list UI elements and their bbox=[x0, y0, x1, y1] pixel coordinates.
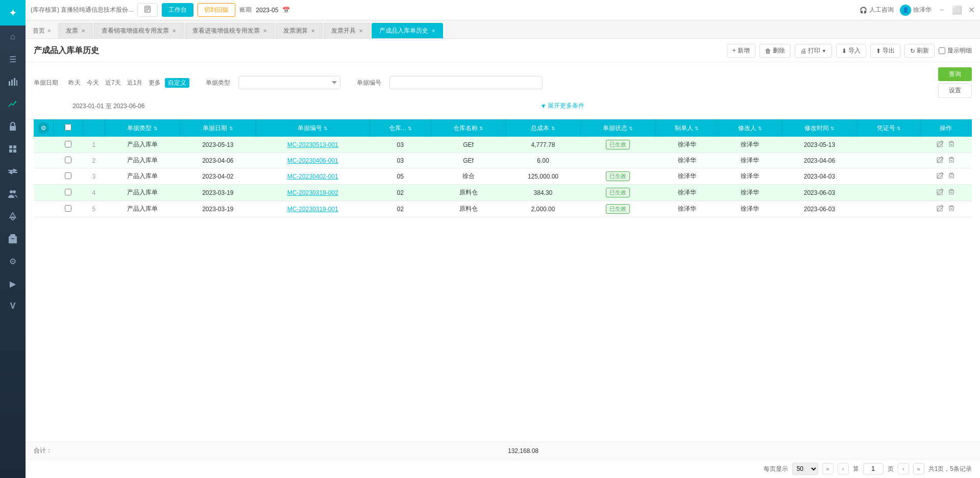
tab-invoice-close[interactable]: ✕ bbox=[81, 28, 85, 34]
doc-icon-btn[interactable] bbox=[137, 3, 158, 17]
sidebar-item-grid[interactable] bbox=[0, 138, 26, 160]
sort-modifier[interactable]: ⇅ bbox=[758, 126, 762, 131]
sidebar-item-doc[interactable]: ☰ bbox=[0, 48, 26, 70]
delete-btn[interactable]: 🗑 删除 bbox=[760, 44, 791, 58]
sort-doc-status[interactable]: ⇅ bbox=[629, 126, 633, 131]
sort-modify-time[interactable]: ⇅ bbox=[830, 126, 835, 131]
refresh-btn[interactable]: ↻ 刷新 bbox=[904, 44, 935, 58]
switch-btn[interactable]: 切到旧版 bbox=[198, 3, 235, 17]
row-delete-icon[interactable] bbox=[948, 140, 955, 149]
row-delete-icon[interactable] bbox=[948, 172, 955, 181]
tab-product-history[interactable]: 产成品入库单历史 ✕ bbox=[372, 23, 443, 38]
sort-voucher-num[interactable]: ⇅ bbox=[897, 126, 901, 131]
sidebar-item-archive[interactable] bbox=[0, 228, 26, 250]
row-checkbox-cell[interactable] bbox=[54, 185, 83, 201]
sidebar-item-play[interactable]: ▶ bbox=[0, 272, 26, 295]
sidebar-item-home[interactable]: ⌂ bbox=[0, 26, 26, 48]
tab-home-close[interactable]: ✕ bbox=[47, 28, 51, 34]
workstation-btn[interactable]: 工作台 bbox=[162, 3, 193, 17]
sort-total-cost[interactable]: ⇅ bbox=[551, 126, 555, 131]
row-checkbox[interactable] bbox=[65, 205, 71, 212]
col-warehouse-name[interactable]: 仓库名称 ⇅ bbox=[431, 119, 506, 137]
col-warehouse-code[interactable]: 仓库... ⇅ bbox=[370, 119, 431, 137]
sidebar-item-chart[interactable] bbox=[0, 70, 26, 93]
row-edit-icon[interactable] bbox=[937, 172, 944, 181]
col-doc-status[interactable]: 单据状态 ⇅ bbox=[580, 119, 655, 137]
first-page-btn[interactable]: « bbox=[822, 463, 834, 474]
maximize-icon[interactable]: ⬜ bbox=[952, 5, 962, 15]
select-all-checkbox[interactable] bbox=[65, 124, 71, 131]
calendar-icon[interactable]: 📅 bbox=[282, 7, 290, 14]
user-profile[interactable]: 👤 徐泽华 bbox=[900, 5, 932, 16]
doc-number-input[interactable] bbox=[389, 76, 543, 89]
next-page-btn[interactable]: › bbox=[898, 463, 909, 474]
query-btn[interactable]: 查询 bbox=[938, 67, 972, 81]
row-doc-number[interactable]: MC-20230319-002 bbox=[256, 185, 370, 201]
sort-creator[interactable]: ⇅ bbox=[695, 126, 699, 131]
tab-home[interactable]: 首页 ✕ bbox=[26, 23, 58, 38]
col-doc-date[interactable]: 单据日期 ⇅ bbox=[180, 119, 256, 137]
sidebar-item-people[interactable] bbox=[0, 183, 26, 205]
doc-type-select[interactable] bbox=[238, 76, 340, 89]
row-checkbox-cell[interactable] bbox=[54, 168, 83, 185]
row-delete-icon[interactable] bbox=[948, 156, 955, 165]
tab-invoice-open-close[interactable]: ✕ bbox=[359, 28, 363, 34]
user-service[interactable]: 🎧 人工咨询 bbox=[860, 6, 894, 14]
row-doc-number[interactable]: MC-20230319-001 bbox=[256, 201, 370, 217]
tab-invoice[interactable]: 发票 ✕ bbox=[58, 23, 93, 38]
col-modifier[interactable]: 修改人 ⇅ bbox=[718, 119, 781, 137]
row-delete-icon[interactable] bbox=[948, 188, 955, 197]
sidebar-item-settings[interactable]: ⚙ bbox=[0, 250, 26, 272]
tab-invoice-calc[interactable]: 发票测算 ✕ bbox=[276, 23, 323, 38]
prev-page-btn[interactable]: ‹ bbox=[838, 463, 849, 474]
close-icon[interactable]: ✕ bbox=[968, 5, 975, 15]
col-creator[interactable]: 制单人 ⇅ bbox=[655, 119, 719, 137]
sidebar-item-recycle[interactable] bbox=[0, 205, 26, 228]
col-doc-number[interactable]: 单据编号 ⇅ bbox=[256, 119, 370, 137]
page-number-input[interactable] bbox=[863, 463, 884, 474]
print-btn[interactable]: 🖨 打印 ▼ bbox=[795, 44, 832, 58]
row-doc-number[interactable]: MC-20230513-001 bbox=[256, 137, 370, 153]
tab-invoice-open[interactable]: 发票开具 ✕ bbox=[324, 23, 371, 38]
row-checkbox-cell[interactable] bbox=[54, 153, 83, 168]
import-btn[interactable]: ⬇ 导入 bbox=[836, 44, 866, 58]
col-checkbox[interactable] bbox=[54, 119, 83, 137]
new-btn[interactable]: + 新增 bbox=[727, 44, 755, 58]
tab-product-history-close[interactable]: ✕ bbox=[431, 28, 435, 34]
per-page-select[interactable]: 50 100 200 bbox=[792, 463, 818, 475]
export-btn[interactable]: ⬆ 导出 bbox=[870, 44, 900, 58]
row-edit-icon[interactable] bbox=[937, 156, 944, 165]
row-edit-icon[interactable] bbox=[937, 140, 944, 149]
row-checkbox[interactable] bbox=[65, 172, 71, 179]
col-modify-time[interactable]: 修改时间 ⇅ bbox=[781, 119, 857, 137]
shortcut-custom[interactable]: 自定义 bbox=[165, 78, 189, 88]
row-checkbox[interactable] bbox=[65, 141, 71, 147]
shortcut-yesterday[interactable]: 昨天 bbox=[66, 78, 83, 88]
sort-warehouse-name[interactable]: ⇅ bbox=[479, 126, 483, 131]
tab-view-input-vat[interactable]: 查看进项增值税专用发票 ✕ bbox=[185, 23, 275, 38]
row-checkbox[interactable] bbox=[65, 189, 71, 195]
sort-doc-type[interactable]: ⇅ bbox=[154, 126, 158, 131]
row-delete-icon[interactable] bbox=[948, 205, 955, 213]
shortcut-today[interactable]: 今天 bbox=[85, 78, 101, 88]
print-dropdown-icon[interactable]: ▼ bbox=[822, 48, 826, 54]
row-checkbox[interactable] bbox=[65, 157, 71, 163]
minimize-icon[interactable]: － bbox=[938, 5, 946, 15]
row-checkbox-cell[interactable] bbox=[54, 137, 83, 153]
row-checkbox-cell[interactable] bbox=[54, 201, 83, 217]
row-edit-icon[interactable] bbox=[937, 205, 944, 213]
last-page-btn[interactable]: » bbox=[913, 463, 924, 474]
sort-doc-number[interactable]: ⇅ bbox=[324, 126, 328, 131]
row-doc-number[interactable]: MC-20230406-001 bbox=[256, 153, 370, 168]
tab-invoice-calc-close[interactable]: ✕ bbox=[311, 28, 315, 34]
shortcut-1month[interactable]: 近1月 bbox=[125, 78, 145, 88]
col-total-cost[interactable]: 总成本 ⇅ bbox=[506, 119, 580, 137]
sort-warehouse-code[interactable]: ⇅ bbox=[408, 126, 412, 131]
row-edit-icon[interactable] bbox=[937, 188, 944, 197]
shortcut-more[interactable]: 更多 bbox=[146, 78, 163, 88]
tab-view-output-vat[interactable]: 查看销项增值税专用发票 ✕ bbox=[94, 23, 184, 38]
display-toggle-checkbox[interactable] bbox=[939, 47, 945, 54]
sidebar-item-lock[interactable] bbox=[0, 115, 26, 138]
shortcut-7days[interactable]: 近7天 bbox=[103, 78, 123, 88]
col-settings[interactable]: ⚙ bbox=[34, 119, 54, 137]
